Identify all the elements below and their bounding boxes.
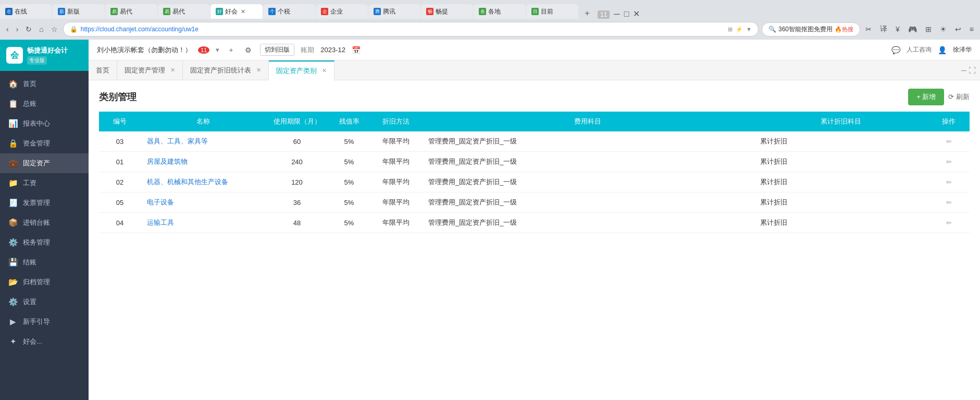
site-info-icon[interactable]: ⊞ [728, 26, 733, 33]
top-right: 💬 人工咨询 👤 徐泽华 [891, 45, 972, 54]
table-header: 编号 名称 使用期限（月） 残值率 折旧方法 费用科目 累计折旧科目 操作 [99, 112, 970, 131]
cell-period-1: 240 [266, 152, 328, 172]
browser-tab-tax[interactable]: 个 个税 [263, 4, 315, 19]
search-bar[interactable]: 🔍 360智能抠图免费用 🔥热搜 [762, 22, 860, 37]
browser-tab-new1[interactable]: 新 新版 [53, 4, 105, 19]
page-tab-close-category[interactable]: ✕ [322, 67, 327, 74]
browser-tab-yd2[interactable]: 易 易代 [158, 4, 210, 19]
user-display-name[interactable]: 徐泽华 [953, 45, 972, 54]
maximize-icon[interactable]: □ [624, 9, 629, 19]
row-link-2[interactable]: 机器、机械和其他生产设备 [147, 178, 228, 186]
browser-tab-enterprise[interactable]: 企 企业 [316, 4, 368, 19]
forward-button[interactable]: › [14, 23, 21, 35]
edit-icon-0[interactable]: ✏ [946, 138, 952, 146]
cell-expense-0: 管理费用_固定资产折旧_一级 [422, 131, 754, 152]
cell-action-4: ✏ [928, 213, 970, 233]
cell-expense-4: 管理费用_固定资产折旧_一级 [422, 213, 754, 233]
col-header-name: 名称 [141, 112, 266, 131]
sun-icon[interactable]: ☀ [938, 24, 949, 34]
scissors-icon[interactable]: ✂ [863, 24, 874, 34]
tab-close-icon[interactable]: ✕ [241, 8, 245, 15]
sidebar-item-ledger[interactable]: 📋 总账 [0, 94, 89, 114]
logo-name: 畅捷通好会计 [27, 46, 68, 55]
sidebar-item-guide[interactable]: ▶ 新手引导 [0, 312, 89, 332]
consult-label[interactable]: 人工咨询 [907, 45, 932, 54]
sidebar-item-archive[interactable]: 📂 归档管理 [0, 272, 89, 292]
browser-tab-changtui[interactable]: 畅 畅提 [421, 4, 473, 19]
browser-tab-gedi[interactable]: 各 各地 [474, 4, 526, 19]
toolbar-icons: ✂ 译 ¥ 🎮 ⊞ ☀ ↩ ≡ [863, 23, 976, 35]
plus-btn[interactable]: ＋ [226, 43, 237, 57]
wallet-icon[interactable]: ¥ [894, 24, 902, 34]
browser-tab-tencent[interactable]: 腾 腾讯 [368, 4, 420, 19]
back-button[interactable]: ‹ [4, 23, 11, 35]
gear-btn[interactable]: ⚙ [243, 44, 254, 56]
cell-method-4: 年限平均 [370, 213, 422, 233]
row-link-4[interactable]: 运输工具 [147, 219, 174, 226]
sidebar-item-label-guide: 新手引导 [23, 317, 50, 326]
lightning-icon[interactable]: ⚡ [736, 26, 743, 33]
translate-icon[interactable]: 译 [878, 23, 889, 35]
game-icon[interactable]: 🎮 [906, 24, 919, 34]
tab-favicon: 畅 [426, 8, 433, 15]
browser-tab-muqian[interactable]: 目 目前 [526, 4, 578, 19]
page-tab-depreciation[interactable]: 固定资产折旧统计表 ✕ [183, 60, 269, 80]
sidebar-item-purchase[interactable]: 📦 进销台账 [0, 213, 89, 233]
add-btn[interactable]: + 新增 [908, 89, 944, 105]
page-tab-close-depreciation[interactable]: ✕ [256, 67, 261, 74]
page-tab-home[interactable]: 首页 [89, 60, 117, 80]
row-link-1[interactable]: 房屋及建筑物 [147, 157, 188, 165]
switch-version-btn[interactable]: 切到旧版 [260, 44, 294, 56]
undo-icon[interactable]: ↩ [953, 24, 963, 34]
sidebar-item-fund[interactable]: 🔒 资金管理 [0, 134, 89, 153]
row-link-0[interactable]: 器具、工具、家具等 [147, 137, 208, 145]
dropdown-arrow[interactable]: ▾ [216, 46, 219, 54]
fund-icon: 🔒 [8, 139, 18, 148]
cell-code-0: 03 [99, 131, 141, 152]
page-tab-close-fixed-mgmt[interactable]: ✕ [170, 67, 175, 74]
table-wrap: 编号 名称 使用期限（月） 残值率 折旧方法 费用科目 累计折旧科目 操作 03 [89, 112, 980, 244]
sidebar-item-fixed-asset[interactable]: 💼 固定资产 [0, 153, 89, 173]
tab-label: 畅提 [436, 7, 448, 16]
browser-tab-yd1[interactable]: 易 易代 [105, 4, 157, 19]
page-tab-label-depreciation: 固定资产折旧统计表 [190, 66, 251, 75]
sidebar-item-label-fund: 资金管理 [23, 139, 50, 148]
sidebar-item-label-ledger: 总账 [23, 99, 36, 108]
tab-expand-btn[interactable]: ⛶ [969, 66, 976, 75]
dropdown-icon[interactable]: ▼ [746, 26, 752, 32]
menu-icon[interactable]: ≡ [967, 24, 976, 34]
sidebar-item-home[interactable]: 🏠 首页 [0, 74, 89, 94]
close-icon[interactable]: ✕ [633, 9, 640, 19]
tab-favicon: 易 [110, 8, 118, 15]
sidebar-item-more[interactable]: ✦ 好会... [0, 332, 89, 351]
minimize-icon[interactable]: ─ [614, 9, 619, 19]
page-tab-fixed-mgmt[interactable]: 固定资产管理 ✕ [117, 60, 183, 80]
reload-button[interactable]: ↻ [23, 23, 34, 35]
bookmark-button[interactable]: ☆ [49, 23, 60, 35]
page-tab-category[interactable]: 固定资产类别 ✕ [269, 60, 334, 80]
refresh-btn[interactable]: ⟳ 刷新 [948, 92, 970, 102]
new-tab-button[interactable]: ＋ [579, 8, 596, 19]
page-tab-label-fixed-mgmt: 固定资产管理 [125, 66, 165, 75]
tab-favicon: 易 [163, 8, 170, 15]
sidebar-item-settings[interactable]: ⚙️ 设置 [0, 292, 89, 312]
edit-icon-3[interactable]: ✏ [946, 199, 952, 207]
edit-icon-4[interactable]: ✏ [946, 219, 952, 227]
row-link-3[interactable]: 电子设备 [147, 198, 174, 206]
tab-minimize-btn[interactable]: ─ [961, 66, 966, 75]
sidebar-item-salary[interactable]: 📁 工资 [0, 173, 89, 193]
sidebar-item-checkout[interactable]: 💾 结账 [0, 252, 89, 272]
sidebar-item-invoice[interactable]: 🧾 发票管理 [0, 193, 89, 213]
calendar-icon[interactable]: 📅 [352, 46, 361, 54]
sidebar-item-tax[interactable]: ⚙️ 税务管理 [0, 233, 89, 252]
grid-icon[interactable]: ⊞ [923, 24, 934, 34]
edit-icon-2[interactable]: ✏ [946, 178, 952, 186]
sidebar-item-report[interactable]: 📊 报表中心 [0, 114, 89, 134]
tax-icon: ⚙️ [8, 238, 18, 247]
browser-tab-haokuai[interactable]: 好 好会 ✕ [210, 4, 263, 19]
url-bar[interactable]: 🔒 https://cloud.chanjet.com/accounting/u… [63, 22, 759, 37]
cell-period-0: 60 [266, 131, 328, 152]
home-button[interactable]: ⌂ [37, 23, 45, 35]
browser-tab-online[interactable]: 在 在线 [0, 4, 52, 19]
edit-icon-1[interactable]: ✏ [946, 158, 952, 166]
